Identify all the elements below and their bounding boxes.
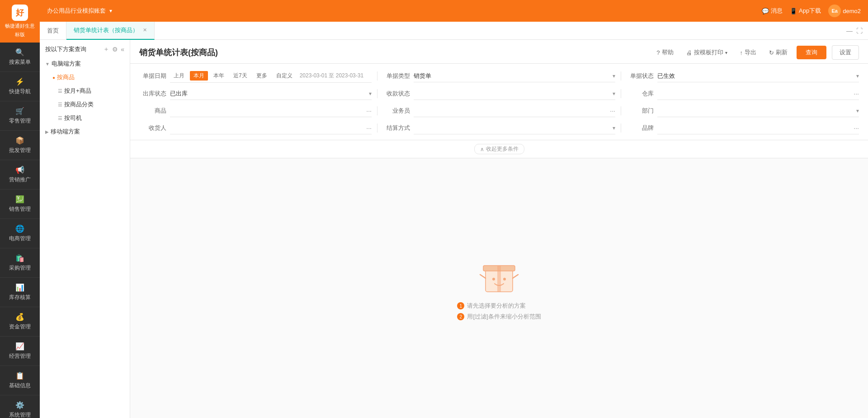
sidebar-item-marketing[interactable]: 📢 营销推广 (0, 160, 40, 190)
date-filter-value: 上月 本月 本年 近7天 更多 自定义 2023-03-01 至 2023-03… (170, 69, 372, 83)
left-panel-header: 按以下方案查询 ＋ ⚙ « (40, 45, 130, 57)
date-tab-this-month[interactable]: 本月 (190, 71, 208, 81)
tip-text-1: 请先选择要分析的方案 (467, 302, 526, 310)
svg-rect-2 (497, 266, 501, 292)
sidebar-item-sales-mgmt[interactable]: 💹 销售管理 (0, 190, 40, 219)
logo-subtitle: 标版 (15, 31, 25, 38)
sidebar-item-purchase-mgmt[interactable]: 🛍️ 采购管理 (0, 248, 40, 278)
sidebar-item-label-wholesale-mgmt: 批发管理 (9, 147, 31, 154)
collection-status-value[interactable]: ▾ (414, 87, 615, 100)
sidebar-item-search-menu[interactable]: 🔍 搜索菜单 (0, 43, 40, 72)
sidebar-item-basic-info[interactable]: 📋 基础信息 (0, 366, 40, 395)
brand-value[interactable]: ··· (657, 122, 859, 134)
date-tab-more[interactable]: 更多 (253, 71, 271, 81)
help-icon: ? (656, 49, 660, 56)
add-scheme-icon[interactable]: ＋ (103, 45, 109, 53)
tab-minimize-icon[interactable]: — (846, 27, 853, 34)
tree-node-by-cashier[interactable]: ☰ 按司机 (52, 111, 130, 125)
main-wrapper: 办公用品行业模拟账套 ▾ 💬 消息 📱 App下载 Ea demo2 首页 (40, 0, 868, 418)
top-header: 办公用品行业模拟账套 ▾ 💬 消息 📱 App下载 Ea demo2 (40, 0, 868, 22)
sidebar-item-label-purchase-mgmt: 采购管理 (9, 264, 31, 272)
tip-num-2: 2 (457, 313, 464, 320)
empty-tip-2: 2 用[过滤]条件来缩小分析范围 (457, 313, 541, 321)
out-status-dropdown-icon: ▾ (369, 90, 372, 97)
settings-button[interactable]: 设置 (832, 45, 859, 60)
product-value[interactable]: ··· (170, 104, 372, 117)
out-status-text: 已出库 (170, 90, 369, 98)
username: demo2 (843, 8, 861, 14)
sidebar-item-finance-mgmt[interactable]: 💰 资金管理 (0, 307, 40, 337)
salesperson-value[interactable]: ··· (414, 104, 615, 117)
export-btn[interactable]: ↑ 导出 (736, 47, 760, 58)
sidebar-item-wholesale-mgmt[interactable]: 📦 批发管理 (0, 131, 40, 160)
filter-item-doc-status: 单据状态 已生效 ▾ (627, 70, 859, 82)
tree-pc-section[interactable]: ▼ 电脑端方案 (40, 57, 130, 71)
sidebar-item-operations-mgmt[interactable]: 📈 经营管理 (0, 337, 40, 366)
sidebar-item-quick-nav[interactable]: ⚡ 快捷导航 (0, 72, 40, 101)
tab-home[interactable]: 首页 (40, 22, 66, 40)
product-label: 商品 (139, 107, 166, 115)
finance-mgmt-icon: 💰 (15, 313, 24, 321)
tab-sales-report-label: 销货单统计表（按商品） (74, 26, 138, 34)
svg-point-4 (503, 278, 506, 280)
app-download-btn[interactable]: 📱 App下载 (790, 7, 821, 15)
sidebar-item-retail-mgmt[interactable]: 🛒 零售管理 (0, 101, 40, 131)
tab-maximize-icon[interactable]: ⛶ (856, 27, 863, 34)
tree-mobile-section[interactable]: ▶ 移动端方案 (40, 125, 130, 138)
date-tab-custom[interactable]: 自定义 (273, 71, 296, 81)
query-button[interactable]: 查询 (797, 46, 826, 59)
left-panel-header-icons: ＋ ⚙ « (103, 45, 124, 53)
print-dropdown-icon: ▾ (725, 50, 727, 55)
help-btn[interactable]: ? 帮助 (653, 47, 677, 58)
doc-status-text: 已生效 (657, 72, 856, 80)
sidebar-item-label-search-menu: 搜索菜单 (9, 58, 31, 66)
doc-type-value[interactable]: 销货单 ▾ (414, 70, 615, 82)
messages-btn[interactable]: 💬 消息 (762, 7, 783, 15)
settings-scheme-icon[interactable]: ⚙ (112, 46, 118, 53)
export-icon: ↑ (740, 49, 743, 56)
date-tab-this-year[interactable]: 本年 (210, 71, 228, 81)
department-value[interactable]: ▾ (657, 104, 859, 117)
user-profile-btn[interactable]: Ea demo2 (828, 5, 861, 17)
app-logo[interactable]: 好 畅捷通好生意 标版 (0, 0, 40, 43)
filter-row-2: 出库状态 已出库 ▾ 收款状态 ▾ (139, 87, 859, 100)
left-panel-title: 按以下方案查询 (45, 45, 86, 53)
tab-sales-report[interactable]: 销货单统计表（按商品） ✕ (66, 22, 155, 40)
tabs-bar: 首页 销货单统计表（按商品） ✕ — ⛶ (40, 22, 868, 40)
filter-divider-2 (621, 71, 621, 81)
doc-status-value[interactable]: 已生效 ▾ (657, 70, 859, 82)
industry-label: 办公用品行业模拟账套 (47, 7, 106, 15)
tree-node-by-product-category[interactable]: ☰ 按商品分类 (52, 98, 130, 111)
sidebar-item-ecommerce-mgmt[interactable]: 🌐 电商管理 (0, 219, 40, 248)
refresh-btn[interactable]: ↻ 刷新 (765, 47, 791, 58)
filter-item-warehouse: 仓库 ··· (627, 87, 859, 100)
tree-node-by-cashier-label: 按司机 (64, 114, 82, 122)
filter-area: 单据日期 上月 本月 本年 近7天 更多 自定义 (130, 64, 868, 140)
salesperson-label: 业务员 (383, 107, 410, 115)
department-dropdown-icon: ▾ (856, 108, 859, 114)
settlement-value[interactable]: ▾ (414, 122, 615, 134)
tree-node-by-month-product[interactable]: ☰ 按月+商品 (52, 84, 130, 98)
warehouse-value[interactable]: ··· (657, 87, 859, 100)
out-status-value[interactable]: 已出库 ▾ (170, 87, 372, 100)
collapse-button[interactable]: ∧ 收起更多条件 (474, 144, 524, 154)
tree-mobile-label: 移动端方案 (51, 128, 80, 136)
sidebar-item-inventory-audit[interactable]: 📊 库存核算 (0, 278, 40, 307)
recipient-value[interactable]: ··· (170, 122, 372, 134)
tab-close-icon[interactable]: ✕ (143, 27, 147, 33)
empty-tips: 1 请先选择要分析的方案 2 用[过滤]条件来缩小分析范围 (457, 302, 541, 321)
print-template-btn[interactable]: 🖨 按模板打印 ▾ (683, 47, 731, 58)
industry-dropdown-icon[interactable]: ▾ (109, 8, 112, 14)
tree-node-by-product[interactable]: ● 按商品 (47, 71, 130, 84)
brand-label: 品牌 (627, 124, 654, 132)
sidebar-item-label-finance-mgmt: 资金管理 (9, 323, 31, 331)
sidebar-item-system-mgmt[interactable]: ⚙️ 系统管理 (0, 395, 40, 418)
sales-mgmt-icon: 💹 (15, 195, 24, 204)
date-tab-last-month[interactable]: 上月 (170, 71, 188, 81)
basic-info-icon: 📋 (15, 371, 24, 380)
date-tab-7days[interactable]: 近7天 (230, 71, 251, 81)
tree-node-icon-month: ☰ (58, 88, 62, 94)
filter-item-date: 单据日期 上月 本月 本年 近7天 更多 自定义 (139, 69, 372, 83)
collapse-panel-icon[interactable]: « (121, 46, 124, 53)
svg-line-5 (480, 275, 486, 278)
